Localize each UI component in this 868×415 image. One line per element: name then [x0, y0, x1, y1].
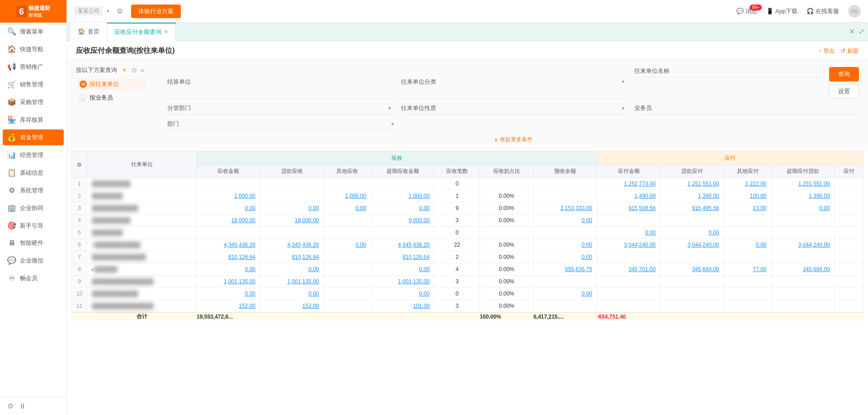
ap-overdue[interactable]: 1,251,551.00 [771, 178, 835, 190]
sidebar-collapse-icon[interactable]: ⏸ [19, 402, 26, 410]
ap-loan[interactable]: 1,251,551.00 [660, 178, 724, 190]
partner-category-arrow[interactable]: ▼ [621, 79, 625, 84]
sidebar-item-basic-info[interactable]: 📋 基础信息 [0, 164, 66, 181]
query-btn[interactable]: 查询 [829, 67, 859, 81]
ar-loan[interactable]: 4,345,436.20 [260, 239, 324, 251]
ar-overdue[interactable]: 0.00 [371, 288, 434, 300]
sidebar-settings-icon[interactable]: ⚙ [7, 402, 14, 410]
ap-overdue[interactable]: 0.00 [771, 202, 835, 215]
app-download-btn[interactable]: 📱 App下载 [766, 7, 797, 15]
sidebar-item-finance[interactable]: 💰 资金管理 [3, 129, 64, 145]
ar-overdue[interactable]: 1,001,135.00 [371, 276, 434, 288]
sidebar-item-system[interactable]: ⚙ 系统管理 [0, 181, 66, 199]
ap-other[interactable]: 1,222.00 [724, 178, 771, 190]
ap-other[interactable]: 100.00 [724, 190, 771, 202]
tab-ar-ap[interactable]: 应收应付余额查询 ✕ [107, 23, 176, 41]
prepaid[interactable]: 0.00 [533, 288, 597, 300]
tab-home[interactable]: 🏠 首页 [71, 23, 107, 41]
ap-overdue[interactable]: 3,044,240.00 [771, 239, 835, 251]
ap-misc[interactable] [835, 178, 863, 190]
sidebar-item-smart-hw[interactable]: 🖥 智能硬件 [0, 234, 66, 252]
ar-loan[interactable]: 1,001,135.00 [260, 276, 324, 288]
sidebar-item-marketing[interactable]: 📢 营销推广 [0, 58, 66, 76]
ar-amount[interactable]: 1,000.00 [197, 190, 260, 202]
tab-close-icon[interactable]: ✕ [164, 29, 168, 35]
ar-overdue[interactable]: 810,126.64 [371, 251, 434, 263]
prepaid[interactable]: 0.00 [533, 215, 597, 227]
sidebar-item-sales[interactable]: 🛒 销售管理 [0, 76, 66, 93]
department-arrow[interactable]: ▼ [390, 122, 395, 127]
sidebar-item-purchase[interactable]: 📦 采购管理 [0, 93, 66, 111]
ar-other[interactable]: 0.00 [324, 202, 371, 215]
ap-loan[interactable]: 3,044,240.00 [660, 239, 724, 251]
ap-amount[interactable]: 345,761.00 [597, 263, 660, 276]
ar-loan[interactable]: 152.00 [260, 300, 324, 313]
prepaid[interactable] [533, 178, 597, 190]
tab-close-window-icon[interactable]: ✕ [849, 27, 855, 36]
ar-loan[interactable] [260, 190, 324, 202]
ar-loan[interactable]: 18,000.00 [260, 215, 324, 227]
prepaid[interactable]: 0.00 [533, 251, 597, 263]
prepaid[interactable]: 2,153,333.00 [533, 202, 597, 215]
ap-other[interactable]: 13.00 [724, 202, 771, 215]
ar-overdue[interactable]: 1,000.00 [371, 190, 434, 202]
ar-overdue[interactable]: 9,000.00 [371, 215, 434, 227]
partner-nature-arrow[interactable]: ▼ [621, 106, 625, 111]
dept-managed-arrow[interactable]: ▼ [387, 106, 392, 111]
ar-amount[interactable]: 18,000.00 [197, 215, 260, 227]
ap-overdue[interactable]: 1,390.00 [771, 190, 835, 202]
sidebar-item-member[interactable]: ♾ 畅会员 [0, 269, 66, 287]
table-settings-icon[interactable]: ⚙ [77, 162, 82, 168]
ar-overdue[interactable] [371, 178, 434, 190]
scheme-by-salesman[interactable]: ○ 按业务员 [76, 92, 147, 104]
ar-amount[interactable] [197, 178, 260, 190]
settings-gear-icon[interactable]: ⚙ [117, 7, 123, 15]
user-avatar[interactable]: Rit [848, 5, 861, 18]
sidebar-item-operations[interactable]: 📊 经营管理 [0, 146, 66, 164]
online-service-btn[interactable]: 🎧 在线客服 [807, 7, 839, 15]
ar-overdue[interactable]: 4,345,436.20 [371, 239, 434, 251]
trial-btn[interactable]: 体验行业方案 [131, 5, 181, 18]
prepaid[interactable]: 655,636.75 [533, 263, 597, 276]
ar-amount[interactable]: 0.00 [197, 202, 260, 215]
prepaid[interactable]: 0.00 [533, 239, 597, 251]
company-dropdown-arrow[interactable]: ▼ [106, 9, 110, 14]
ar-loan[interactable]: 0.00 [260, 263, 324, 276]
sidebar-item-wechat[interactable]: 💬 企业微信 [0, 252, 66, 269]
ap-loan[interactable]: 915,495.56 [660, 202, 724, 215]
ar-loan[interactable] [260, 178, 324, 190]
ap-amount[interactable]: 0.00 [597, 227, 660, 239]
ar-loan[interactable]: 810,126.64 [260, 251, 324, 263]
ap-amount[interactable]: 915,508.56 [597, 202, 660, 215]
ar-overdue[interactable]: 101.00 [371, 300, 434, 313]
ar-other[interactable]: 1,000.00 [324, 190, 371, 202]
ar-amount[interactable]: 810,126.64 [197, 251, 260, 263]
ar-amount[interactable]: 152.00 [197, 300, 260, 313]
ar-amount[interactable]: 4,345,436.20 [197, 239, 260, 251]
ap-loan[interactable]: 0.00 [660, 227, 724, 239]
sidebar-item-inventory[interactable]: 🏪 库存核算 [0, 111, 66, 129]
scheme-by-partner[interactable]: W 按往来单位 [76, 78, 147, 90]
ar-overdue[interactable]: 0.00 [371, 202, 434, 215]
messages-btn[interactable]: 💬 消息 99+ [736, 7, 757, 15]
sidebar-item-guide[interactable]: 🎯 新手引导 [0, 217, 66, 234]
sidebar-item-enterprise[interactable]: 🏢 企业协同 [0, 199, 66, 217]
collapse-scheme-btn[interactable]: « [141, 67, 144, 74]
sidebar-item-quick-nav[interactable]: 🏠 快捷导航 [0, 40, 66, 58]
tab-expand-icon[interactable]: ⤢ [859, 27, 864, 36]
export-btn[interactable]: ↑ 导出 [819, 47, 835, 55]
ar-other[interactable]: 0.00 [324, 239, 371, 251]
ar-amount[interactable]: 1,001,135.00 [197, 276, 260, 288]
ar-overdue[interactable]: 0.00 [371, 263, 434, 276]
add-scheme-btn[interactable]: ＋ [121, 65, 128, 75]
ap-other[interactable]: 77.00 [724, 263, 771, 276]
ar-amount[interactable]: 0.00 [197, 288, 260, 300]
edit-scheme-btn[interactable]: ⊙ [132, 67, 137, 74]
ar-other[interactable] [324, 178, 371, 190]
ar-loan[interactable]: 0.00 [260, 288, 324, 300]
ap-other[interactable]: 0.00 [724, 239, 771, 251]
ap-loan[interactable]: 1,390.00 [660, 190, 724, 202]
ap-amount[interactable]: 1,490.00 [597, 190, 660, 202]
ap-amount[interactable]: 1,252,773.00 [597, 178, 660, 190]
settings-btn[interactable]: 设置 [829, 84, 859, 99]
